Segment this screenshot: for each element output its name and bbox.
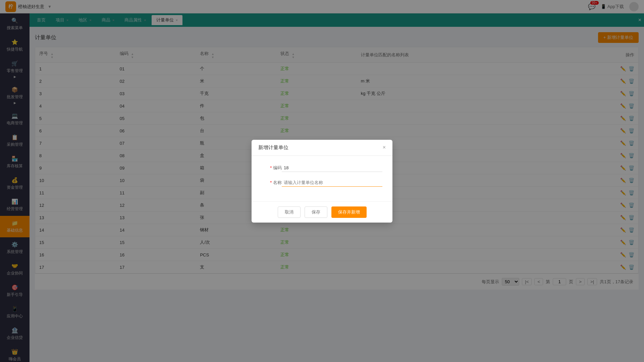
code-form-row: 编码 [262,164,382,172]
modal-header: 新增计量单位 × [252,140,392,156]
cancel-button[interactable]: 取消 [278,206,301,218]
name-form-row: 名称 [262,179,382,187]
name-label: 名称 [262,180,282,186]
modal-close-button[interactable]: × [383,144,386,150]
save-and-new-button[interactable]: 保存并新增 [331,206,367,218]
modal-body: 编码 名称 [252,156,392,201]
name-input[interactable] [282,179,382,187]
modal-overlay: 新增计量单位 × 编码 名称 取消 保存 保存并新增 [0,0,644,362]
code-label: 编码 [262,165,282,171]
code-input[interactable] [282,164,382,172]
modal-footer: 取消 保存 保存并新增 [252,201,392,223]
save-button[interactable]: 保存 [305,206,327,218]
modal-title: 新增计量单位 [258,144,288,151]
add-unit-modal: 新增计量单位 × 编码 名称 取消 保存 保存并新增 [252,140,392,223]
